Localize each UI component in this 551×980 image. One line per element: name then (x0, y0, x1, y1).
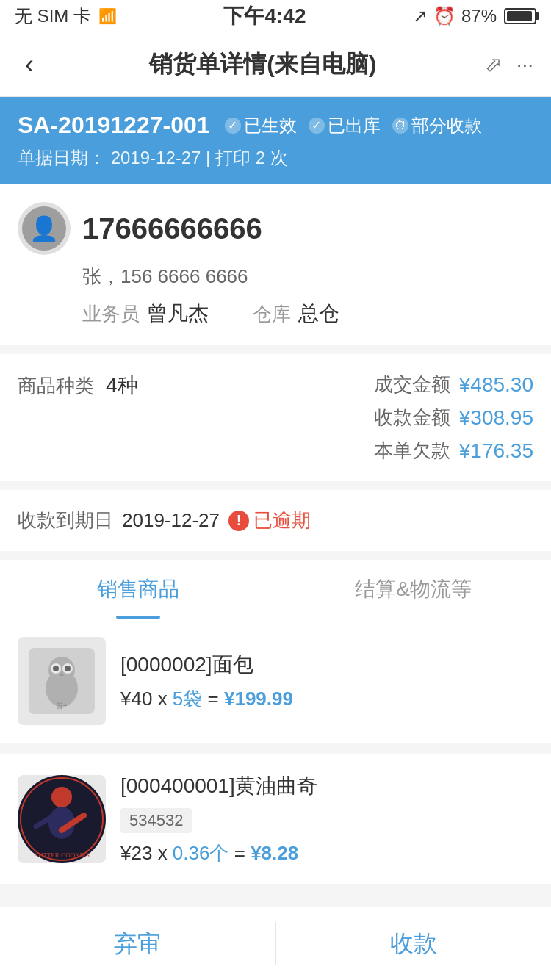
pay-button[interactable]: 收款 (276, 907, 552, 980)
page-title: 销货单详情(来自电脑) (149, 48, 376, 81)
order-date: 单据日期： 2019-12-27 | 打印 2 次 (18, 146, 533, 170)
tab-settlement[interactable]: 结算&物流等 (276, 560, 551, 619)
meta-salesperson: 业务员 曾凡杰 (82, 300, 209, 328)
product-price-line-1: ¥40 x 5袋 = ¥199.99 (120, 686, 533, 712)
products-section: 管+ [0000002]面包 ¥40 x 5袋 = ¥199.99 (0, 619, 551, 884)
battery-bar (504, 8, 536, 24)
print-count: 2 (256, 148, 265, 167)
status-badge-1: ✓ 已生效 (225, 114, 297, 137)
clock-icon: ⏱ (392, 118, 408, 134)
check-icon-1: ✓ (225, 118, 241, 134)
product-qty-2: 0.36个 (173, 842, 229, 864)
svg-point-10 (51, 787, 72, 807)
avatar: 👤 (18, 202, 71, 255)
product-name-2: [000400001]黄油曲奇 (120, 772, 533, 800)
status-bar: 无 SIM 卡 📶 下午4:42 ↗ ⏰ 87% (0, 0, 551, 32)
product-x-2: x (158, 842, 173, 864)
tab-sales-products-label: 销售商品 (97, 575, 179, 603)
tabs-container: 销售商品 结算&物流等 (0, 560, 551, 619)
stats-row: 商品种类 4种 成交金额 ¥485.30 收款金额 ¥308.95 本单欠款 ¥… (18, 372, 533, 464)
carrier-label: 无 SIM 卡 (15, 4, 91, 28)
received-line: 收款金额 ¥308.95 (374, 405, 533, 430)
battery-fill (507, 11, 532, 21)
customer-top: 👤 17666666666 (18, 202, 533, 255)
order-header: SA-20191227-001 ✓ 已生效 ✓ 已出库 ⏱ 部分收款 单据日期：… (0, 97, 551, 184)
salesperson-label: 业务员 (82, 301, 140, 327)
debt-value: ¥176.35 (459, 439, 533, 463)
stats-section: 商品种类 4种 成交金额 ¥485.30 收款金额 ¥308.95 本单欠款 ¥… (0, 354, 551, 481)
customer-section: 👤 17666666666 张，156 6666 6666 业务员 曾凡杰 仓库… (0, 184, 551, 345)
product-eq-1: = (208, 688, 224, 710)
svg-text:管+: 管+ (56, 702, 68, 710)
back-button[interactable]: ‹ (18, 42, 41, 87)
status-label-1: 已生效 (244, 114, 297, 137)
due-date-value: 2019-12-27 (122, 509, 220, 532)
overdue-badge: ! 已逾期 (228, 508, 311, 533)
product-image-1: 管+ (18, 637, 106, 725)
product-price-2: ¥23 (120, 842, 152, 864)
warehouse-value: 总仓 (298, 300, 339, 328)
nav-bar: ‹ 销货单详情(来自电脑) ⬀ ··· (0, 32, 551, 97)
avatar-inner: 👤 (22, 206, 66, 251)
status-label-2: 已出库 (328, 114, 381, 137)
cancel-button[interactable]: 弃审 (0, 907, 276, 980)
bottom-bar: 弃审 收款 (0, 907, 551, 980)
salesperson-value: 曾凡杰 (147, 300, 209, 328)
svg-text:BUTTER COOKIES: BUTTER COOKIES (34, 851, 90, 859)
product-total-2: ¥8.28 (251, 842, 298, 864)
overdue-text: 已逾期 (253, 508, 311, 533)
order-header-top: SA-20191227-001 ✓ 已生效 ✓ 已出库 ⏱ 部分收款 (18, 112, 533, 139)
product-types-value: 4种 (106, 372, 138, 400)
customer-name: 张，156 6666 6666 (18, 264, 533, 289)
trading-amount-line: 成交金额 ¥485.30 (374, 372, 533, 397)
product-name-1: [0000002]面包 (120, 651, 533, 679)
product-thumbnail-1: 管+ (29, 648, 95, 714)
more-icon[interactable]: ··· (516, 53, 533, 76)
product-types-item: 商品种类 4种 (18, 372, 138, 400)
product-card-1: 管+ [0000002]面包 ¥40 x 5袋 = ¥199.99 (0, 619, 551, 743)
location-icon: ↗ (413, 6, 428, 26)
trading-amount-value: ¥485.30 (459, 373, 533, 397)
product-x-1: x (158, 688, 173, 710)
due-section: 收款到期日 2019-12-27 ! 已逾期 (0, 490, 551, 551)
product-info-1: [0000002]面包 ¥40 x 5袋 = ¥199.99 (120, 651, 533, 712)
battery-percent: 87% (461, 6, 497, 26)
received-label: 收款金额 (374, 405, 450, 430)
product-price-1: ¥40 (120, 688, 152, 710)
print-suffix: 次 (270, 148, 288, 167)
customer-phone: 17666666666 (82, 212, 262, 245)
order-date-value: 2019-12-27 (111, 148, 201, 167)
product-sku-2: 534532 (120, 808, 192, 833)
avatar-person-icon: 👤 (29, 215, 59, 242)
due-label: 收款到期日 (18, 508, 113, 533)
order-id: SA-20191227-001 (18, 112, 210, 139)
status-badge-2: ✓ 已出库 (309, 114, 381, 137)
share-icon[interactable]: ⬀ (485, 52, 502, 76)
customer-meta: 业务员 曾凡杰 仓库 总仓 (18, 300, 533, 328)
overdue-icon: ! (228, 511, 249, 531)
stats-left: 商品种类 4种 (18, 372, 138, 400)
product-card-2: BUTTER COOKIES [000400001]黄油曲奇 534532 ¥2… (0, 754, 551, 884)
stats-right: 成交金额 ¥485.30 收款金额 ¥308.95 本单欠款 ¥176.35 (374, 372, 533, 464)
time-label: 下午4:42 (223, 2, 306, 30)
status-right: ↗ ⏰ 87% (413, 6, 536, 26)
tab-underline (116, 616, 160, 619)
print-label: | 打印 (206, 148, 251, 167)
tab-sales-products[interactable]: 销售商品 (0, 560, 276, 619)
svg-point-6 (65, 666, 71, 671)
status-label-3: 部分收款 (411, 114, 482, 137)
product-total-1: ¥199.99 (224, 688, 293, 710)
product-info-2: [000400001]黄油曲奇 534532 ¥23 x 0.36个 = ¥8.… (120, 772, 533, 866)
trading-amount-label: 成交金额 (374, 372, 450, 397)
tabs: 销售商品 结算&物流等 (0, 560, 551, 619)
meta-warehouse: 仓库 总仓 (253, 300, 339, 328)
product-thumbnail-2: BUTTER COOKIES (18, 775, 106, 863)
product-types-label: 商品种类 (18, 373, 94, 399)
product-eq-2: = (234, 842, 251, 864)
date-label: 单据日期： (18, 148, 106, 167)
debt-line: 本单欠款 ¥176.35 (374, 438, 533, 464)
product-image-2: BUTTER COOKIES (18, 775, 106, 863)
status-badge-3: ⏱ 部分收款 (392, 114, 482, 137)
wifi-icon: 📶 (98, 7, 117, 25)
tab-settlement-label: 结算&物流等 (355, 575, 472, 603)
